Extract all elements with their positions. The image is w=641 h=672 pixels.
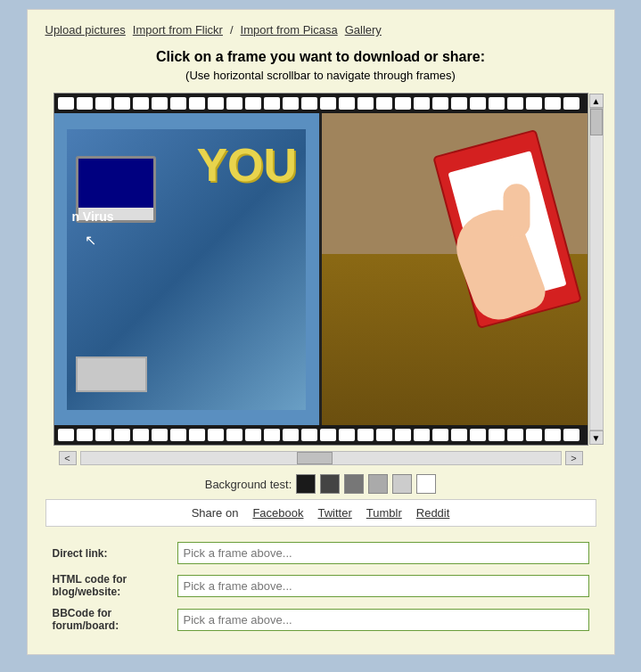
direct-link-input[interactable] — [177, 542, 589, 564]
filmstrip-wrapper: YOU n Virus ↖ 👤 — [53, 93, 588, 446]
film-hole — [563, 429, 579, 441]
frames-area: YOU n Virus ↖ 👤 — [54, 113, 588, 425]
scroll-thumb-vertical[interactable] — [590, 109, 603, 135]
scroll-track-vertical[interactable] — [589, 108, 604, 430]
frame1-virus-text: n Virus — [71, 209, 113, 224]
html-code-input[interactable] — [177, 575, 589, 597]
scroll-left-arrow[interactable]: < — [59, 451, 77, 465]
film-hole — [245, 97, 261, 110]
film-hole — [357, 429, 374, 441]
film-hole — [264, 97, 280, 110]
bg-swatch-light[interactable] — [368, 474, 388, 494]
film-hole — [563, 97, 579, 110]
film-hole — [526, 429, 542, 441]
film-hole — [226, 97, 242, 110]
film-hole — [507, 97, 523, 110]
bg-swatch-lighter[interactable] — [392, 474, 412, 494]
filmstrip-bottom — [54, 425, 588, 445]
film-hole — [283, 97, 299, 110]
film-hole — [432, 97, 448, 110]
film-hole — [432, 429, 448, 441]
twitter-link[interactable]: Twitter — [318, 506, 352, 520]
frame1-cursor: ↖ — [85, 232, 96, 249]
gallery-link[interactable]: Gallery — [345, 23, 382, 37]
film-hole — [245, 429, 261, 441]
filmstrip-top — [54, 94, 588, 113]
film-hole — [226, 429, 242, 441]
scrollbar-thumb[interactable] — [297, 452, 333, 464]
film-hole — [170, 429, 186, 441]
film-hole — [58, 97, 74, 110]
upload-link[interactable]: Upload pictures — [45, 23, 126, 37]
film-hole — [395, 429, 411, 441]
main-container: Upload pictures Import from Flickr / Imp… — [27, 9, 615, 655]
bg-test-row: Background test: — [45, 474, 596, 494]
html-code-row: HTML code for blog/website: — [45, 569, 596, 602]
film-hole — [357, 97, 374, 110]
top-nav: Upload pictures Import from Flickr / Imp… — [45, 23, 596, 37]
form-table: Direct link: HTML code for blog/website:… — [45, 537, 596, 636]
html-code-cell — [170, 569, 596, 602]
frame-2[interactable]: 👤 — [322, 113, 588, 425]
direct-link-cell — [170, 537, 596, 569]
bg-test-label: Background test: — [205, 478, 292, 491]
scrollbar-track[interactable] — [80, 451, 562, 465]
share-on-label: Share on — [192, 506, 239, 520]
instruction-subtitle: (Use horizontal scrollbar to navigate th… — [45, 69, 596, 82]
film-hole — [489, 429, 505, 441]
frame2-thumb — [503, 184, 530, 237]
film-hole — [414, 97, 430, 110]
film-hole — [114, 97, 130, 110]
film-hole — [114, 429, 130, 441]
frame1-monitor-screen — [78, 159, 153, 208]
film-hole — [376, 97, 392, 110]
film-hole — [301, 429, 317, 441]
bbcode-row: BBCode for forum/board: — [45, 602, 596, 636]
bg-swatch-mid[interactable] — [344, 474, 364, 494]
direct-link-row: Direct link: — [45, 537, 596, 569]
film-hole — [152, 429, 168, 441]
film-hole — [58, 429, 74, 441]
bg-swatch-white[interactable] — [416, 474, 436, 494]
bg-swatch-black[interactable] — [296, 474, 316, 494]
scroll-right-arrow[interactable]: > — [565, 451, 583, 465]
picasa-link[interactable]: Import from Picasa — [241, 23, 338, 37]
frame2-inner: 👤 — [322, 113, 588, 425]
reddit-link[interactable]: Reddit — [416, 506, 450, 520]
frame1-box — [76, 356, 147, 392]
film-hole — [189, 97, 205, 110]
film-hole — [152, 97, 168, 110]
frame1-text-you: YOU — [196, 138, 297, 192]
film-hole — [339, 429, 355, 441]
share-bar: Share on Facebook Twitter Tumblr Reddit — [45, 499, 596, 527]
film-hole — [451, 429, 467, 441]
film-hole — [133, 97, 149, 110]
scroll-up-arrow[interactable]: ▲ — [589, 94, 604, 108]
scroll-down-arrow[interactable]: ▼ — [589, 430, 604, 445]
film-hole — [170, 97, 186, 110]
film-hole — [320, 97, 336, 110]
flickr-link[interactable]: Import from Flickr — [133, 23, 223, 37]
bbcode-input[interactable] — [177, 609, 589, 631]
film-hole — [470, 429, 486, 441]
vertical-scrollbar[interactable]: ▲ ▼ — [589, 94, 605, 445]
facebook-link[interactable]: Facebook — [252, 506, 303, 520]
frame-1[interactable]: YOU n Virus ↖ — [54, 113, 320, 425]
film-hole — [283, 429, 299, 441]
instruction-title: Click on a frame you want to download or… — [45, 49, 596, 65]
film-hole — [208, 429, 224, 441]
film-hole — [507, 429, 523, 441]
bbcode-label: BBCode for forum/board: — [45, 602, 170, 636]
film-hole — [526, 97, 542, 110]
film-hole — [208, 97, 224, 110]
bg-swatch-dark[interactable] — [320, 474, 340, 494]
film-hole — [77, 97, 93, 110]
film-hole — [414, 429, 430, 441]
film-hole — [545, 429, 561, 441]
film-hole — [77, 429, 93, 441]
nav-separator: / — [230, 23, 234, 37]
film-hole — [395, 97, 411, 110]
film-hole — [320, 429, 336, 441]
html-code-label: HTML code for blog/website: — [45, 569, 170, 602]
tumblr-link[interactable]: Tumblr — [366, 506, 402, 520]
